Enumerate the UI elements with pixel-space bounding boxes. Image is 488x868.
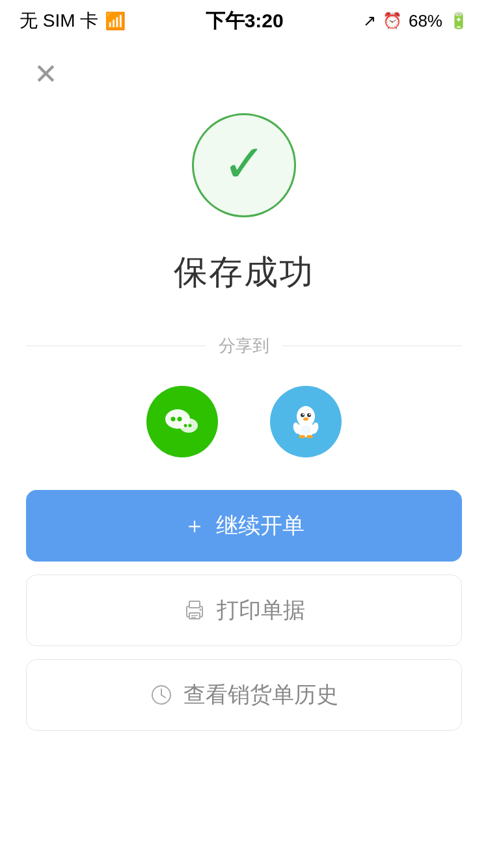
share-icons [26, 386, 462, 457]
sim-text: 无 SIM 卡 [20, 8, 98, 33]
qq-share-button[interactable] [270, 386, 342, 457]
divider-right [282, 346, 462, 346]
svg-line-26 [161, 695, 165, 698]
wechat-share-button[interactable] [146, 386, 218, 457]
continue-button[interactable]: ＋ 继续开单 [26, 490, 462, 562]
svg-point-1 [170, 416, 175, 421]
svg-point-23 [200, 609, 202, 611]
svg-point-2 [177, 416, 182, 421]
history-button[interactable]: 查看销货单历史 [26, 659, 462, 731]
main-content: ✕ ✓ 保存成功 分享到 [0, 42, 488, 757]
svg-point-15 [306, 435, 313, 439]
location-icon: ↗ [363, 12, 376, 30]
continue-button-label: 继续开单 [216, 511, 305, 541]
share-section: 分享到 [26, 334, 462, 457]
svg-point-9 [303, 414, 304, 415]
status-time: 下午3:20 [206, 8, 284, 34]
svg-point-11 [303, 418, 308, 421]
alarm-icon: ⏰ [383, 12, 402, 30]
history-button-label: 查看销货单历史 [183, 680, 338, 710]
svg-point-8 [307, 413, 311, 417]
print-button-label: 打印单据 [217, 595, 305, 625]
qq-icon [286, 402, 325, 441]
svg-rect-19 [189, 601, 200, 608]
svg-point-14 [299, 435, 305, 439]
wifi-icon: 📶 [105, 11, 126, 31]
battery-text: 68% [409, 11, 442, 31]
close-icon: ✕ [34, 60, 58, 88]
svg-point-7 [301, 413, 305, 417]
success-title: 保存成功 [174, 250, 314, 295]
svg-point-10 [309, 414, 310, 415]
svg-point-13 [301, 425, 311, 435]
share-divider: 分享到 [26, 334, 462, 357]
status-bar: 无 SIM 卡 📶 下午3:20 ↗ ⏰ 68% 🔋 [0, 0, 488, 42]
status-left: 无 SIM 卡 📶 [20, 8, 126, 33]
share-label: 分享到 [206, 334, 282, 357]
status-right: ↗ ⏰ 68% 🔋 [363, 11, 468, 31]
success-circle: ✓ [192, 113, 296, 217]
print-icon [183, 599, 206, 622]
close-button[interactable]: ✕ [26, 55, 65, 94]
wechat-icon [161, 401, 204, 443]
checkmark-icon: ✓ [223, 138, 266, 190]
print-button[interactable]: 打印单据 [26, 575, 462, 646]
plus-icon: ＋ [183, 511, 206, 541]
action-buttons: ＋ 继续开单 打印单据 查看销货单历史 [26, 490, 462, 731]
history-icon [150, 683, 173, 707]
svg-point-5 [188, 424, 191, 427]
svg-point-4 [183, 424, 187, 427]
divider-left [26, 346, 206, 346]
battery-icon: 🔋 [449, 12, 468, 30]
